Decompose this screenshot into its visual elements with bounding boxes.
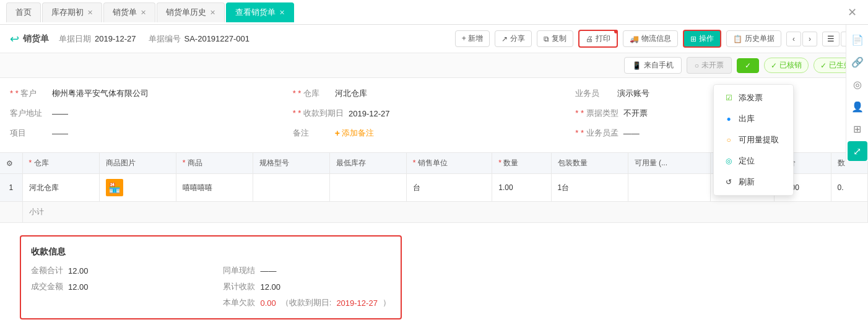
row-num-short-cell: 0. — [831, 174, 867, 202]
tab-history-close[interactable]: ✕ — [210, 9, 215, 17]
same-order-value: —— — [260, 266, 276, 276]
refresh-item[interactable]: ↺ 刷新 — [714, 172, 793, 193]
tab-sales-history[interactable]: 销货单历史 ✕ — [157, 2, 225, 22]
tab-history-label: 销货单历史 — [166, 7, 206, 18]
sidebar-link-icon[interactable]: 🔗 — [848, 52, 867, 72]
doc-number-label: 单据编号 — [149, 33, 181, 45]
doc-title-section: ↩ 销货单 — [10, 32, 49, 46]
business-staff-value: —— — [623, 129, 640, 138]
project-value: —— — [52, 129, 68, 138]
copy-button[interactable]: ⧉ 复制 — [537, 30, 573, 47]
from-phone-button[interactable]: 📱 来自手机 — [624, 57, 682, 74]
sidebar-doc-icon[interactable]: 📄 — [848, 30, 867, 50]
tab-view-sales-close[interactable]: ✕ — [279, 9, 285, 17]
new-button[interactable]: + 新增 — [455, 30, 490, 47]
add-note-button[interactable]: + 添加备注 — [335, 128, 374, 139]
out-stock-item[interactable]: ● 出库 — [714, 108, 793, 129]
logistics-button[interactable]: 🚚 物流信息 — [623, 30, 678, 47]
row-warehouse-cell: 河北仓库 — [22, 174, 99, 202]
same-order-row: 同单现结 —— — [223, 265, 390, 276]
address-label: 客户地址 — [10, 108, 47, 119]
due-date-label: * 收款到期日 — [293, 108, 344, 119]
available-qty-icon: ○ — [724, 135, 734, 145]
operations-button[interactable]: ⊞ 操作 — [683, 30, 721, 48]
available-qty-item[interactable]: ○ 可用量提取 — [714, 129, 793, 150]
tab-sales-order[interactable]: 销货单 ✕ — [103, 2, 155, 22]
due-amount-label: 本单欠款 — [223, 297, 255, 308]
not-open-button[interactable]: ○ 未开票 — [687, 57, 732, 74]
row-min-stock-cell — [329, 174, 406, 202]
confirm-button[interactable]: ✓ — [737, 58, 759, 73]
phone-icon: 📱 — [632, 61, 641, 70]
history-button[interactable]: 📋 历史单据 — [726, 30, 781, 47]
business-staff-label: * 业务员孟 — [575, 128, 618, 139]
cumulative-label: 累计收款 — [223, 281, 255, 292]
subtotal-row: 小计 — [0, 202, 868, 223]
staff-label: 业务员 — [575, 88, 612, 99]
due-note-close: ） — [383, 297, 391, 308]
product-header: * 商品 — [176, 153, 253, 174]
doc-title-icon: ↩ — [10, 32, 19, 46]
product-image: 🏪 — [106, 179, 123, 196]
tab-inventory-open[interactable]: 库存期初 ✕ — [42, 2, 102, 22]
note-label: 备注 — [293, 128, 330, 139]
customer-value: 柳州粤港平安气体有限公司 — [52, 88, 149, 99]
payment-section-wrapper: 收款信息 金额合计 12.00 同单现结 —— 成交金额 12.00 累计收款 … — [0, 223, 868, 330]
row-available-cell — [628, 174, 711, 202]
due-note: （收款到期日: — [281, 297, 332, 308]
warehouse-value: 河北仓库 — [335, 88, 367, 99]
doc-header: ↩ 销货单 单据日期 2019-12-27 单据编号 SA-20191227-0… — [0, 25, 868, 53]
share-button[interactable]: ↗ 分享 — [495, 30, 532, 47]
cancelled-badge: ✓ 已核销 — [764, 58, 809, 73]
settings-header: ⚙ — [0, 153, 22, 174]
tab-inventory-close[interactable]: ✕ — [87, 9, 93, 17]
list-view-button[interactable]: ☰ — [822, 32, 840, 46]
tab-view-sales[interactable]: 查看销货单 ✕ — [226, 2, 294, 22]
add-invoice-item[interactable]: ☑ 添发票 — [714, 87, 793, 108]
doc-number-value: SA-20191227-001 — [184, 34, 250, 43]
row-spec-cell — [253, 174, 329, 202]
row-pack-qty-cell: 1台 — [551, 174, 628, 202]
grid-icon: ⊞ — [690, 35, 697, 43]
refresh-icon: ↺ — [724, 177, 734, 187]
ticket-type-label: * 票据类型 — [575, 108, 618, 119]
print-button[interactable]: 🖨 打印 — [578, 30, 618, 48]
nav-arrows: ‹ › — [786, 32, 817, 46]
doc-title-text: 销货单 — [23, 33, 49, 45]
spec-header: 规格型号 — [253, 153, 329, 174]
next-button[interactable]: › — [802, 32, 817, 46]
deal-amount-row: 成交金额 12.00 — [31, 281, 198, 292]
cumulative-row: 累计收款 12.00 — [223, 281, 390, 292]
circle-icon: ○ — [695, 61, 699, 70]
sidebar-at-icon[interactable]: ◎ — [848, 74, 867, 94]
total-label: 金额合计 — [31, 265, 63, 276]
tab-sales-close[interactable]: ✕ — [141, 9, 146, 17]
locate-item[interactable]: ◎ 定位 — [714, 150, 793, 172]
right-sidebar: 📄 🔗 ◎ 👤 ⊞ ⤢ — [846, 25, 868, 161]
operations-dropdown: ☑ 添发票 ● 出库 ○ 可用量提取 ◎ 定位 ↺ 刷新 — [713, 84, 794, 196]
prev-button[interactable]: ‹ — [786, 32, 801, 46]
row-image-cell: 🏪 — [99, 174, 176, 202]
customer-label: * 客户 — [10, 88, 47, 99]
print-icon: 🖨 — [586, 35, 593, 43]
window-close-button[interactable]: ✕ — [843, 3, 862, 22]
unit-header: * 销售单位 — [406, 153, 492, 174]
out-stock-label: 出库 — [739, 113, 755, 124]
warehouse-field: * 仓库 河北仓库 — [293, 88, 576, 99]
add-invoice-icon: ☑ — [724, 93, 734, 103]
tab-home[interactable]: 首页 — [6, 2, 41, 22]
due-amount-value: 0.00 — [260, 298, 276, 308]
doc-date-label: 单据日期 — [59, 33, 91, 45]
min-stock-header: 最低库存 — [329, 153, 406, 174]
check-icon-effective: ✓ — [820, 61, 827, 70]
sidebar-table-icon[interactable]: ⊞ — [848, 119, 867, 139]
due-date-ref: 2019-12-27 — [336, 298, 378, 308]
row-unit-cell: 台 — [406, 174, 492, 202]
tab-bar: 首页 库存期初 ✕ 销货单 ✕ 销货单历史 ✕ 查看销货单 ✕ ✕ — [0, 0, 868, 25]
out-stock-icon: ● — [724, 114, 734, 124]
available-qty-label: 可用量提取 — [739, 134, 779, 145]
sidebar-expand-icon[interactable]: ⤢ — [848, 141, 867, 161]
doc-date-item: 单据日期 2019-12-27 — [59, 33, 136, 45]
due-amount-row: 本单欠款 0.00 （收款到期日: 2019-12-27 ） — [223, 297, 390, 308]
sidebar-user-icon[interactable]: 👤 — [848, 97, 867, 116]
